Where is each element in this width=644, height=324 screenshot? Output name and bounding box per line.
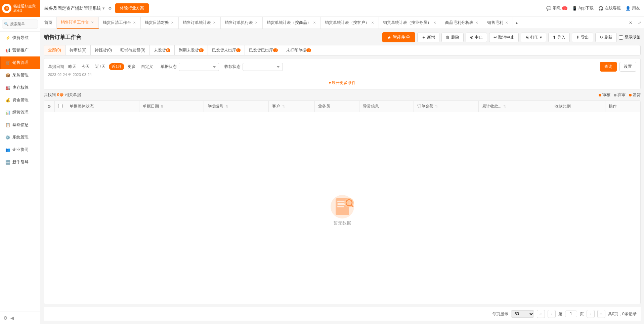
sidebar-item-system[interactable]: ⚙️ 系统管理 (0, 131, 40, 144)
subtab-not-shipped[interactable]: 未发货0 (150, 45, 175, 55)
sidebar-item-guide[interactable]: 🆕 新手引导 (0, 156, 40, 168)
sidebar-item-finance[interactable]: 💰 资金管理 (0, 94, 40, 106)
prev-page-button[interactable]: ‹ (548, 310, 556, 318)
sidebar-item-enterprise[interactable]: 👥 企业协同 (0, 144, 40, 156)
subtab-pending-pick[interactable]: 待拣货(0) (91, 45, 116, 55)
date-btn-yesterday[interactable]: 昨天 (66, 63, 78, 70)
export-button[interactable]: ⬇ 导出 (572, 33, 593, 42)
tab-close-sales-gross[interactable]: ✕ (505, 21, 509, 25)
page-size-select[interactable]: 20 50 100 (511, 310, 534, 318)
cancel-review-action[interactable]: 弃审 (614, 92, 626, 98)
online-service-button[interactable]: 🎧 在线客服 (598, 5, 621, 11)
sidebar-item-sales[interactable]: 🛒 销售管理 (0, 56, 40, 69)
th-amount[interactable]: 订单金额 ⇅ (414, 101, 478, 112)
cart-icon: 🛒 (5, 60, 10, 66)
sort-collected-icon[interactable]: ⇅ (503, 105, 506, 108)
tab-sales-gross[interactable]: 销售毛利 ✕ (483, 17, 513, 29)
import-button[interactable]: ⬆ 导入 (548, 33, 570, 42)
tab-sales-exec[interactable]: 销售订单执行表 ✕ (221, 17, 263, 29)
add-button[interactable]: ＋ 新增 (417, 33, 439, 42)
pause-button[interactable]: ⊘ 中止 (466, 33, 487, 42)
sidebar-item-marketing[interactable]: 📢 营销推广 (0, 44, 40, 56)
settings-icon[interactable]: ⚙ (108, 6, 112, 11)
tab-sales-by-customer[interactable]: 销货单统计表（按客户） ✕ (321, 17, 379, 29)
subtab-pending-review[interactable]: 待审核(0) (66, 45, 91, 55)
cancel-pause-button[interactable]: ↩ 取消中止 (489, 33, 519, 42)
th-checkbox (55, 101, 66, 112)
tab-home[interactable]: 首页 (40, 17, 57, 29)
sidebar-item-operations[interactable]: 📊 经营管理 (0, 106, 40, 119)
date-btn-7days[interactable]: 近7天 (93, 63, 108, 70)
tab-cash-reconcile[interactable]: 钱货日清对账 ✕ (141, 17, 179, 29)
th-collected[interactable]: 累计收款... ⇅ (478, 101, 551, 112)
subtab-all[interactable]: 全部(0) (44, 45, 66, 55)
tab-close-sales-by-product[interactable]: ✕ (312, 21, 316, 25)
tab-product-margin[interactable]: 商品毛利分析表 ✕ (441, 17, 483, 29)
plan-button[interactable]: 体验行业方案 (115, 3, 149, 13)
tab-sales-by-staff[interactable]: 销货单统计表（按业务员） ✕ (379, 17, 441, 29)
show-detail-checkbox-label[interactable]: 显示明细 (619, 35, 641, 40)
tab-close-sales-workbench[interactable]: ✕ (90, 20, 94, 25)
sidebar-search[interactable]: 🔍 搜索菜单 (0, 17, 40, 32)
column-settings-icon[interactable]: ⚙ (47, 104, 51, 109)
app-download-button[interactable]: 📱 App下载 (572, 5, 594, 11)
sort-date-icon[interactable]: ⇅ (161, 105, 163, 108)
tab-close-sales-by-customer[interactable]: ✕ (371, 21, 375, 25)
user-menu[interactable]: 👤 用友 (626, 5, 640, 11)
date-btn-today[interactable]: 今天 (80, 63, 92, 70)
expand-filter-button[interactable]: ▾ 展开更多条件 (329, 80, 356, 86)
sidebar-item-basic-info[interactable]: 📋 基础信息 (0, 119, 40, 131)
delete-button[interactable]: 🗑 删除 (441, 33, 464, 42)
first-page-button[interactable]: « (537, 310, 545, 318)
sort-number-icon[interactable]: ⇅ (225, 105, 228, 108)
select-all-checkbox[interactable] (58, 104, 62, 108)
query-button[interactable]: 查询 (600, 62, 617, 72)
tab-sales-stats[interactable]: 销售订单统计表 ✕ (179, 17, 221, 29)
payment-select[interactable] (243, 63, 283, 71)
last-page-button[interactable]: » (597, 310, 605, 318)
status-select[interactable] (179, 63, 219, 71)
sidebar-settings-btn[interactable]: ⚙ (3, 315, 8, 321)
tab-close-product-margin[interactable]: ✕ (475, 21, 479, 25)
tab-sales-by-product[interactable]: 销货单统计表（按商品） ✕ (263, 17, 321, 29)
subtab-shipped-not-out[interactable]: 已发货未出库0 (208, 45, 245, 55)
message-button[interactable]: 💬 消息 6 (546, 5, 567, 11)
smart-generate-button[interactable]: ★ 智能生单 (382, 32, 415, 42)
tab-close-sales-stats[interactable]: ✕ (212, 21, 216, 25)
subtab-overdue-unshipped[interactable]: 到期未发货0 (175, 45, 208, 55)
sort-amount-icon[interactable]: ⇅ (435, 105, 438, 108)
tab-sales-workbench[interactable]: 销售订单工作台 ✕ (57, 17, 99, 29)
tab-close-cash-reconcile[interactable]: ✕ (170, 21, 174, 25)
message-icon: 💬 (546, 6, 551, 11)
subtab-unprinted[interactable]: 未打印单据0 (282, 45, 315, 55)
page-input[interactable] (565, 311, 577, 317)
sidebar-item-purchase[interactable]: 📦 采购管理 (0, 69, 40, 81)
tab-action-maximize[interactable]: ⤢ (635, 17, 644, 29)
review-action[interactable]: 审核 (599, 92, 610, 98)
th-date[interactable]: 单据日期 ⇅ (139, 101, 204, 112)
show-detail-checkbox[interactable] (619, 35, 623, 40)
ship-action[interactable]: 发货 (629, 92, 641, 98)
sidebar-item-quick-nav[interactable]: ⚡ 快捷导航 (0, 32, 40, 44)
tab-more-button[interactable]: ▸ (513, 17, 521, 29)
settings-button[interactable]: 设置 (619, 62, 636, 72)
date-btn-more[interactable]: 更多 (126, 63, 138, 70)
th-number[interactable]: 单据编号 ⇅ (204, 101, 269, 112)
tab-cash-daily[interactable]: 钱货日清工作台 ✕ (99, 17, 141, 29)
next-page-button[interactable]: › (587, 310, 595, 318)
tab-action-close-all[interactable]: ✕ (626, 17, 635, 29)
th-customer[interactable]: 客户 ⇅ (269, 101, 315, 112)
date-btn-custom[interactable]: 自定义 (139, 63, 155, 70)
sidebar-item-inventory[interactable]: 🏭 库存核算 (0, 81, 40, 94)
tab-close-sales-exec[interactable]: ✕ (254, 21, 258, 25)
sidebar-collapse-btn[interactable]: ◀ (10, 315, 14, 321)
print-button[interactable]: 🖨 打印 ▾ (521, 33, 546, 42)
date-btn-1month[interactable]: 近1月 (109, 63, 125, 70)
sort-customer-icon[interactable]: ⇅ (282, 105, 285, 108)
refresh-button[interactable]: ↻ 刷新 (595, 33, 617, 42)
subtab-shipped-out[interactable]: 已发货已出库0 (245, 45, 282, 55)
search-menu-button[interactable]: 🔍 搜索菜单 (2, 19, 38, 29)
tab-close-sales-by-staff[interactable]: ✕ (433, 21, 437, 25)
subtab-wangpu-pending[interactable]: 旺铺待发货(0) (116, 45, 150, 55)
tab-close-cash-daily[interactable]: ✕ (132, 21, 136, 25)
